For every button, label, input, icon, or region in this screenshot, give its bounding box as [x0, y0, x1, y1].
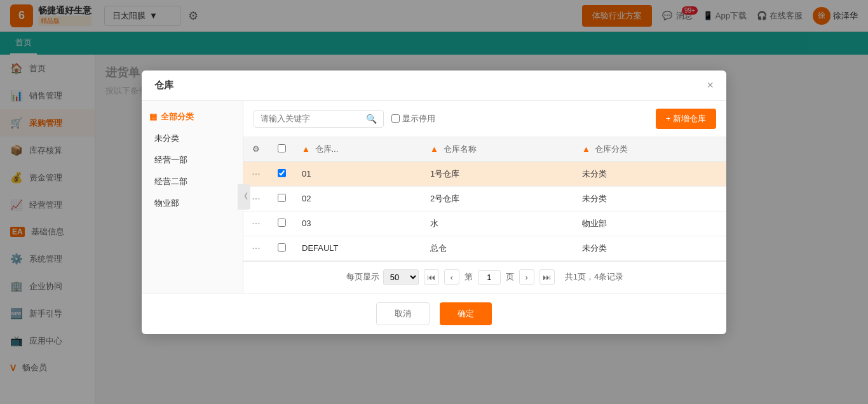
dialog-header: 仓库 × [142, 71, 726, 101]
row-checkbox-cell[interactable] [269, 211, 294, 236]
row-checkbox-cell[interactable] [269, 236, 294, 260]
show-disabled-wrap: 显示停用 [391, 113, 435, 125]
page-first-button[interactable]: ⏮ [424, 269, 439, 285]
row-code: 01 [294, 161, 423, 186]
all-category-label: 全部分类 [161, 111, 194, 123]
page-prev-button[interactable]: ‹ [444, 269, 459, 285]
sort-icon-category: ▲ [582, 144, 590, 154]
cancel-button[interactable]: 取消 [376, 302, 430, 325]
category-item-unclassified[interactable]: 未分类 [142, 128, 243, 149]
warehouse-dialog: 仓库 × ▦ 全部分类 未分类 经营一部 经营二部 物业部 《 [142, 71, 726, 334]
table-row[interactable]: ··· 03 水 物业部 [243, 211, 726, 236]
row-checkbox[interactable] [278, 169, 286, 177]
th-category: ▲ 仓库分类 [574, 137, 726, 162]
row-checkbox-cell[interactable] [269, 161, 294, 186]
sort-icon-code: ▲ [302, 144, 310, 154]
category-panel: ▦ 全部分类 未分类 经营一部 经营二部 物业部 《 [142, 101, 243, 293]
row-name: 2号仓库 [423, 186, 574, 211]
collapse-button[interactable]: 《 [238, 184, 250, 210]
select-all-checkbox[interactable] [278, 144, 286, 152]
table-row[interactable]: ··· 02 2号仓库 未分类 [243, 186, 726, 211]
search-icon[interactable]: 🔍 [366, 114, 377, 124]
row-code: 03 [294, 211, 423, 236]
row-code: DEFAULT [294, 236, 423, 260]
row-category: 物业部 [574, 211, 726, 236]
sort-icon-name: ▲ [430, 144, 438, 154]
add-warehouse-button[interactable]: + 新增仓库 [656, 109, 716, 129]
row-checkbox[interactable] [278, 243, 286, 252]
row-category: 未分类 [574, 236, 726, 260]
row-action[interactable]: ··· [243, 211, 269, 236]
th-gear[interactable]: ⚙ [243, 137, 269, 162]
row-action[interactable]: ··· [243, 161, 269, 186]
table-row[interactable]: ··· DEFAULT 总仓 未分类 [243, 236, 726, 260]
row-name: 水 [423, 211, 574, 236]
search-input-wrap[interactable]: 🔍 [254, 110, 384, 128]
row-checkbox[interactable] [278, 219, 286, 227]
per-page-selector: 每页显示 102050100 [346, 269, 419, 285]
page-unit: 页 [506, 271, 514, 283]
modal-overlay[interactable]: 仓库 × ▦ 全部分类 未分类 经营一部 经营二部 物业部 《 [0, 0, 868, 404]
th-code: ▲ 仓库... [294, 137, 423, 162]
row-code: 02 [294, 186, 423, 211]
table-toolbar: 🔍 显示停用 + 新增仓库 [243, 101, 726, 137]
page-number-input[interactable] [478, 270, 501, 285]
category-item-ops1[interactable]: 经营一部 [142, 149, 243, 171]
confirm-button[interactable]: 确定 [440, 302, 492, 325]
grid-icon: ▦ [149, 112, 157, 121]
row-category: 未分类 [574, 186, 726, 211]
show-disabled-label: 显示停用 [402, 113, 435, 125]
row-checkbox-cell[interactable] [269, 186, 294, 211]
per-page-select[interactable]: 102050100 [383, 269, 419, 285]
row-checkbox[interactable] [278, 194, 286, 202]
show-disabled-checkbox[interactable] [391, 114, 400, 123]
row-action[interactable]: ··· [243, 236, 269, 260]
dialog-close-button[interactable]: × [707, 79, 714, 91]
category-all[interactable]: ▦ 全部分类 [142, 106, 243, 128]
search-input[interactable] [261, 114, 362, 123]
dialog-footer: 取消 确定 [142, 293, 726, 334]
row-name: 总仓 [423, 236, 574, 260]
th-name: ▲ 仓库名称 [423, 137, 574, 162]
page-last-button[interactable]: ⏭ [539, 269, 555, 285]
row-category: 未分类 [574, 161, 726, 186]
per-page-label: 每页显示 [346, 271, 379, 283]
page-next-button[interactable]: › [519, 269, 534, 285]
table-row[interactable]: ··· 01 1号仓库 未分类 [243, 161, 726, 186]
pagination: 每页显示 102050100 ⏮ ‹ 第 页 › ⏭ 共1页，4条记录 [243, 261, 726, 293]
warehouse-table: ⚙ ▲ 仓库... ▲ 仓库名称 [243, 137, 726, 261]
page-label: 第 [465, 271, 473, 283]
row-name: 1号仓库 [423, 161, 574, 186]
dialog-title: 仓库 [154, 79, 173, 91]
table-header-row: ⚙ ▲ 仓库... ▲ 仓库名称 [243, 137, 726, 162]
category-item-ops2[interactable]: 经营二部 [142, 171, 243, 192]
table-panel: 🔍 显示停用 + 新增仓库 ⚙ [243, 101, 726, 293]
category-item-property[interactable]: 物业部 [142, 192, 243, 214]
dialog-body: ▦ 全部分类 未分类 经营一部 经营二部 物业部 《 🔍 [142, 101, 726, 293]
page-total-info: 共1页，4条记录 [565, 271, 623, 283]
th-check[interactable] [269, 137, 294, 162]
